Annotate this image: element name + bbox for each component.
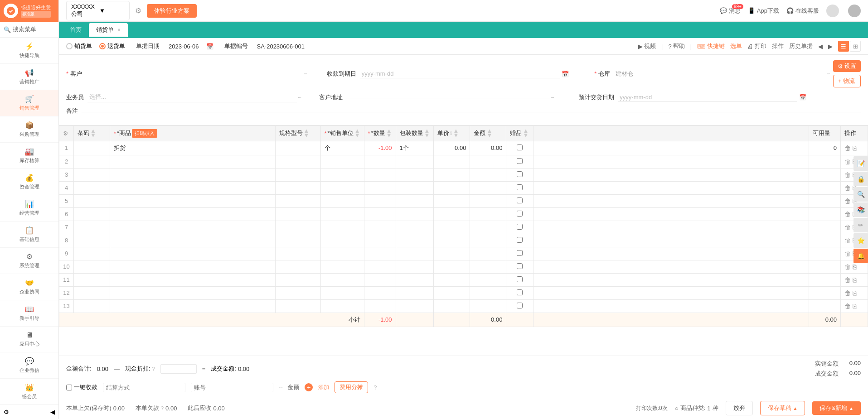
row-price-12[interactable] xyxy=(434,286,470,299)
save-new-button[interactable]: 保存&新增 ▲ xyxy=(812,401,861,415)
float-btn-3[interactable]: 🔍 xyxy=(853,187,868,202)
row-amount-1[interactable]: 0.00 xyxy=(470,141,506,155)
row-gift-7[interactable] xyxy=(506,221,533,234)
row-spec-4[interactable] xyxy=(275,181,320,194)
row-product-12[interactable] xyxy=(110,286,276,299)
row-barcode-8[interactable] xyxy=(74,234,110,247)
col-settings-header[interactable]: ⚙ xyxy=(59,126,74,141)
row-unit-10[interactable] xyxy=(320,260,364,273)
row-pack-7[interactable] xyxy=(396,221,434,234)
tab-close-btn[interactable]: × xyxy=(117,27,121,33)
delete-btn-8[interactable]: 🗑 xyxy=(844,237,851,244)
row-amount-11[interactable] xyxy=(470,273,506,286)
row-qty-4[interactable] xyxy=(364,181,396,194)
trial-button[interactable]: 体验行业方案 xyxy=(147,4,197,18)
customer-input[interactable]: ··· xyxy=(86,69,309,79)
row-unit-3[interactable] xyxy=(320,168,364,181)
row-price-2[interactable] xyxy=(434,155,470,168)
row-price-6[interactable] xyxy=(434,207,470,221)
delete-btn-5[interactable]: 🗑 xyxy=(844,197,851,205)
row-spec-1[interactable] xyxy=(275,141,320,155)
row-spec-11[interactable] xyxy=(275,273,320,286)
sidebar-item-vip[interactable]: 👑 畅会员 xyxy=(0,379,58,405)
discard-button[interactable]: 放弃 xyxy=(726,401,753,415)
row-unit-7[interactable] xyxy=(320,221,364,234)
row-unit-2[interactable] xyxy=(320,155,364,168)
sidebar-item-system[interactable]: ⚙ 系统管理 xyxy=(0,248,58,274)
float-btn-1[interactable]: 📝 xyxy=(853,156,868,171)
sidebar-item-purchase[interactable]: 📦 采购管理 xyxy=(0,116,58,143)
row-gift-4[interactable] xyxy=(506,181,533,194)
row-amount-13[interactable] xyxy=(470,299,506,313)
row-pack-4[interactable] xyxy=(396,181,434,194)
delete-btn-13[interactable]: 🗑 xyxy=(844,303,851,310)
list-view-btn[interactable]: ☰ xyxy=(838,41,849,52)
delete-btn-6[interactable]: 🗑 xyxy=(844,211,851,218)
row-gift-11[interactable] xyxy=(506,273,533,286)
row-amount-7[interactable] xyxy=(470,221,506,234)
delete-btn-10[interactable]: 🗑 xyxy=(844,263,851,270)
row-product-1[interactable]: 拆货 xyxy=(110,141,276,155)
sidebar-item-base[interactable]: 📋 基础信息 xyxy=(0,222,58,248)
row-spec-5[interactable] xyxy=(275,194,320,207)
row-product-11[interactable] xyxy=(110,273,276,286)
row-qty-13[interactable] xyxy=(364,299,396,313)
row-spec-9[interactable] xyxy=(275,247,320,260)
row-gift-6[interactable] xyxy=(506,207,533,221)
select-btn[interactable]: 选单 xyxy=(730,42,742,50)
row-unit-9[interactable] xyxy=(320,247,364,260)
row-qty-8[interactable] xyxy=(364,234,396,247)
row-barcode-12[interactable] xyxy=(74,286,110,299)
row-barcode-5[interactable] xyxy=(74,194,110,207)
sidebar-item-wechat[interactable]: 💬 企业微信 xyxy=(0,352,58,379)
row-gift-1[interactable] xyxy=(506,141,533,155)
sidebar-item-appstore[interactable]: 🖥 应用中心 xyxy=(0,327,58,352)
row-product-10[interactable] xyxy=(110,260,276,273)
row-price-11[interactable] xyxy=(434,273,470,286)
row-amount-3[interactable] xyxy=(470,168,506,181)
row-pack-10[interactable] xyxy=(396,260,434,273)
help-btn[interactable]: ? 帮助 xyxy=(668,42,684,50)
tab-sales[interactable]: 销货单 × xyxy=(89,23,128,37)
settings-icon[interactable]: ⚙ xyxy=(4,409,9,415)
row-product-13[interactable] xyxy=(110,299,276,313)
row-product-2[interactable] xyxy=(110,155,276,168)
row-barcode-1[interactable] xyxy=(74,141,110,155)
float-btn-7[interactable]: 🔔 xyxy=(853,249,868,263)
row-product-5[interactable] xyxy=(110,194,276,207)
float-btn-5[interactable]: ✏ xyxy=(853,218,868,232)
row-product-3[interactable] xyxy=(110,168,276,181)
float-btn-2[interactable]: 🔒 xyxy=(853,172,868,186)
row-price-8[interactable] xyxy=(434,234,470,247)
row-amount-9[interactable] xyxy=(470,247,506,260)
row-qty-11[interactable] xyxy=(364,273,396,286)
one-click-pay-checkbox[interactable] xyxy=(66,385,72,390)
delete-btn-2[interactable]: 🗑 xyxy=(844,158,851,165)
discount-input[interactable] xyxy=(160,364,197,374)
delete-btn-1[interactable]: 🗑 xyxy=(844,144,851,152)
row-gift-9[interactable] xyxy=(506,247,533,260)
row-barcode-13[interactable] xyxy=(74,299,110,313)
avatar[interactable] xyxy=(826,5,839,17)
row-pack-9[interactable] xyxy=(396,247,434,260)
row-price-5[interactable] xyxy=(434,194,470,207)
history-btn[interactable]: 历史单据 xyxy=(789,42,813,50)
row-pack-8[interactable] xyxy=(396,234,434,247)
grid-view-btn[interactable]: ⊞ xyxy=(850,41,861,52)
row-pack-3[interactable] xyxy=(396,168,434,181)
delete-btn-11[interactable]: 🗑 xyxy=(844,276,851,284)
row-unit-1[interactable]: 个 xyxy=(320,141,364,155)
warehouse-input[interactable]: 建材仓 xyxy=(614,69,826,79)
radio-returns[interactable]: 退货单 xyxy=(99,42,125,50)
row-barcode-3[interactable] xyxy=(74,168,110,181)
sidebar-item-marketing[interactable]: 📢 营销推广 xyxy=(0,64,58,90)
customer-addr-input[interactable] xyxy=(346,96,550,98)
row-spec-2[interactable] xyxy=(275,155,320,168)
collapse-icon[interactable]: ◀ xyxy=(50,409,55,415)
row-qty-1[interactable]: -1.00 xyxy=(364,141,396,155)
row-spec-6[interactable] xyxy=(275,207,320,221)
row-amount-4[interactable] xyxy=(470,181,506,194)
row-amount-8[interactable] xyxy=(470,234,506,247)
video-btn[interactable]: ▶ 视频 xyxy=(638,42,656,50)
float-btn-4[interactable]: 📚 xyxy=(853,202,868,217)
